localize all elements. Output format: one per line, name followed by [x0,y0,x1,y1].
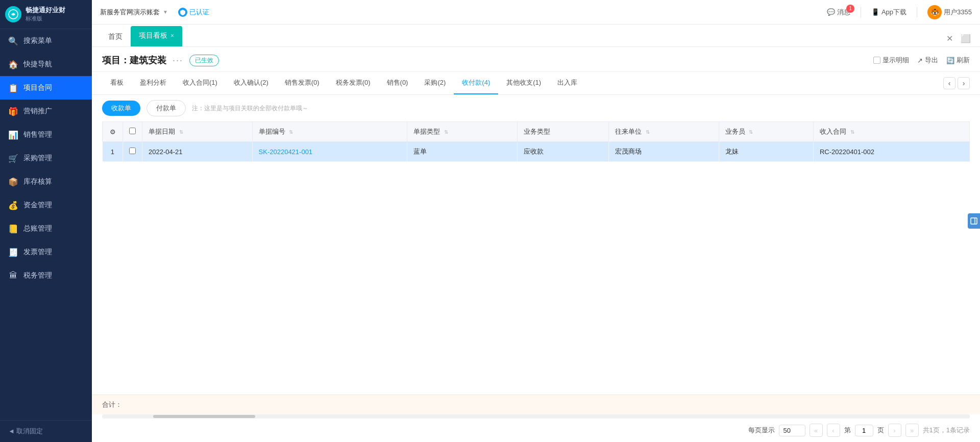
scrollbar-thumb[interactable] [153,415,255,418]
messages-button[interactable]: 💬 消息 1 [827,8,850,17]
chart-icon: 📊 [8,130,18,140]
per-page-select[interactable]: 50 100 200 [779,425,805,436]
sidebar-item-label: 采购管理 [23,154,52,163]
sidebar-item-shortcut[interactable]: 🏠 快捷导航 [0,53,92,76]
row-type: 蓝单 [407,142,518,162]
sub-tab-receipts-label: 收付款(4) [462,79,490,86]
receipt-icon: 🧾 [8,247,18,257]
certified-label: 已认证 [189,8,209,17]
app-logo [5,6,21,22]
sidebar-item-search[interactable]: 🔍 搜索菜单 [0,29,92,53]
sidebar-item-ledger[interactable]: 📒 总账管理 [0,217,92,240]
sidebar-item-label: 资金管理 [23,201,52,210]
sub-tab-income-confirm-label: 收入确认(2) [234,79,268,86]
refresh-label: 刷新 [957,56,970,65]
tab-close-icon[interactable]: × [170,32,174,39]
sub-tab-purchase[interactable]: 采购(2) [416,72,454,94]
sub-tab-inout-label: 出入库 [557,79,577,86]
show-detail-checkbox[interactable]: 显示明细 [873,56,909,65]
receipts-filter-button[interactable]: 收款单 [102,101,140,116]
project-title: 项目：建筑安装 [102,54,166,66]
horizontal-scrollbar[interactable] [102,414,970,419]
pagination: 每页显示 50 100 200 « ‹ 第 页 › » 共1页，1条记录 [92,419,980,442]
app-brand: 畅捷通好业财 [26,6,65,15]
sub-tab-receipts[interactable]: 收付款(4) [454,72,498,94]
message-icon: 💬 [827,8,835,16]
sub-tab-kanban[interactable]: 看板 [102,72,132,94]
date-column-header[interactable]: 单据日期 ⇅ [142,122,253,142]
row-biz-type: 应收款 [517,142,608,162]
tab-home[interactable]: 首页 [100,27,131,46]
more-options-button[interactable]: ··· [173,55,183,66]
document-number-link[interactable]: SK-20220421-001 [259,148,313,156]
user-label: 用户3355 [944,8,972,17]
settings-column-header[interactable]: ⚙ [103,122,123,142]
next-page-button[interactable]: › [888,424,901,437]
select-all-checkbox[interactable] [129,128,136,134]
main-area: 新服务官网演示账套 ▼ 已认证 💬 消息 1 📱 App下载 [92,0,980,442]
sidebar-item-label: 搜索菜单 [23,36,52,45]
biz-type-column-header: 业务类型 [517,122,608,142]
checkbox-column-header[interactable] [123,122,142,142]
tab-home-label: 首页 [108,32,122,41]
sort-icon: ⇅ [749,129,753,135]
sidebar-item-label: 发票管理 [23,248,52,257]
chevron-down-icon: ▼ [163,9,168,15]
sidebar-item-marketing[interactable]: 🎁 营销推广 [0,100,92,123]
salesman-column-header[interactable]: 业务员 ⇅ [719,122,813,142]
tab-project-board[interactable]: 项目看板 × [131,26,182,46]
side-panel-button[interactable] [968,213,980,229]
sub-tab-sales-invoice[interactable]: 销售发票(0) [277,72,328,94]
sub-tab-inout[interactable]: 出入库 [549,72,585,94]
account-selector[interactable]: 新服务官网演示账套 ▼ [100,8,168,17]
sidebar-item-sales[interactable]: 📊 销售管理 [0,123,92,146]
sub-tab-income-confirm[interactable]: 收入确认(2) [226,72,277,94]
sub-tabs-prev-button[interactable]: ‹ [943,77,955,89]
certified-badge: 已认证 [178,8,209,17]
income-contract-column-header[interactable]: 收入合同 ⇅ [813,122,969,142]
sidebar-item-purchase[interactable]: 🛒 采购管理 [0,146,92,170]
app-download-button[interactable]: 📱 App下载 [871,8,906,17]
sidebar-item-project[interactable]: 📋 项目合同 [0,76,92,100]
number-column-header[interactable]: 单据编号 ⇅ [252,122,407,142]
row-number[interactable]: SK-20220421-001 [252,142,407,162]
export-button[interactable]: ↗ 导出 [917,56,938,65]
row-select-checkbox[interactable] [129,148,136,154]
refresh-button[interactable]: 🔄 刷新 [946,56,970,65]
last-page-button[interactable]: » [905,424,919,437]
per-page-label: 每页显示 [748,426,775,435]
table-header-row: ⚙ 单据日期 ⇅ 单据编号 ⇅ [103,122,970,142]
sub-tab-profit-label: 盈利分析 [140,79,166,86]
row-checkbox[interactable] [123,142,142,162]
sub-tab-other-expenses[interactable]: 其他收支(1) [498,72,549,94]
sub-tabs-next-button[interactable]: › [958,77,970,89]
total-info: 共1页，1条记录 [923,426,970,435]
window-controls: ✕ ⬜ [943,32,972,46]
unpin-button[interactable]: ◄ 取消固定 [0,420,92,442]
sidebar-item-invoice[interactable]: 🧾 发票管理 [0,240,92,264]
row-company: 宏茂商场 [609,142,719,162]
sub-tab-sales-label: 销售(0) [387,79,408,86]
gear-icon: ⚙ [110,128,116,136]
sub-tab-purchase-label: 采购(2) [424,79,446,86]
page-number-input[interactable] [855,425,873,436]
user-profile[interactable]: 🐯 用户3355 [927,5,972,19]
sidebar-item-tax[interactable]: 🏛 税务管理 [0,264,92,287]
sub-tab-profit[interactable]: 盈利分析 [132,72,175,94]
sub-tab-tax-invoice[interactable]: 税务发票(0) [328,72,379,94]
search-icon: 🔍 [8,36,18,46]
sidebar-item-capital[interactable]: 💰 资金管理 [0,193,92,217]
payments-filter-button[interactable]: 付款单 [146,100,186,116]
filter-note: 注：这里是与项目关联的全部收付款单哦～ [192,104,308,113]
sidebar-item-inventory[interactable]: 📦 库存核算 [0,170,92,193]
sub-tab-income-contract[interactable]: 收入合同(1) [175,72,226,94]
type-column-header[interactable]: 单据类型 ⇅ [407,122,518,142]
maximize-button[interactable]: ⬜ [960,32,972,44]
sub-tab-sales[interactable]: 销售(0) [379,72,416,94]
company-column-header[interactable]: 往来单位 ⇅ [609,122,719,142]
topbar: 新服务官网演示账套 ▼ 已认证 💬 消息 1 📱 App下载 [92,0,980,24]
table-row[interactable]: 1 2022-04-21 SK-20220421-001 蓝单 应收款 宏茂商场… [103,142,970,162]
first-page-button[interactable]: « [810,424,823,437]
close-button[interactable]: ✕ [943,32,955,44]
prev-page-button[interactable]: ‹ [827,424,840,437]
